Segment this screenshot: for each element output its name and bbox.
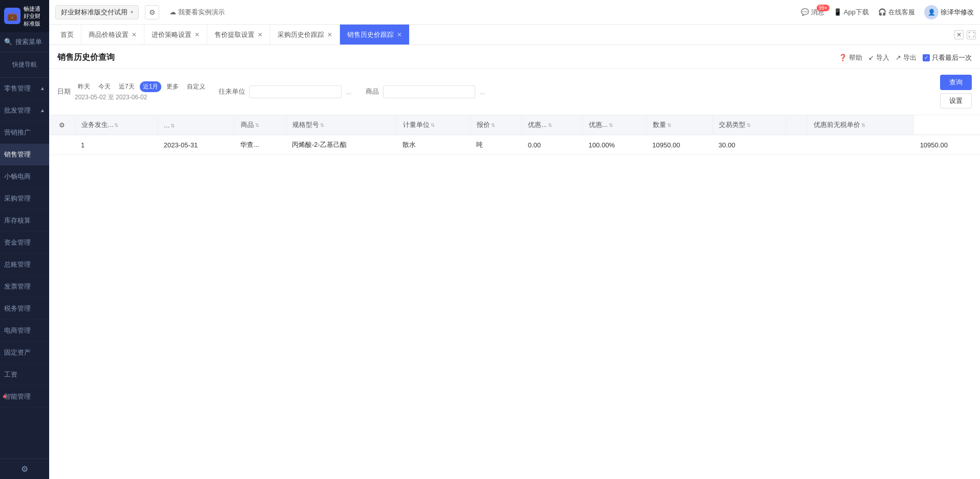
- logo-icon: 💼: [4, 8, 20, 24]
- sidebar-item-smart[interactable]: 智能管理: [0, 386, 49, 408]
- date-option-yesterday[interactable]: 昨天: [75, 81, 93, 92]
- sidebar-item-retail[interactable]: 零售管理▲: [0, 78, 49, 100]
- table-col-gear[interactable]: ⚙: [49, 115, 75, 135]
- sidebar-menu: 零售管理▲批发管理▲营销推广销售管理小畅电商采购管理库存核算资金管理总账管理发票…: [0, 78, 49, 459]
- maximize-window-button[interactable]: ⛶: [967, 30, 976, 39]
- import-link[interactable]: ↙ 导入: [868, 53, 889, 62]
- partner-more-button[interactable]: ...: [346, 88, 351, 96]
- sidebar-bottom: ⚙: [0, 459, 49, 479]
- partner-input[interactable]: [249, 85, 342, 98]
- sort-icon: ⇅: [747, 122, 751, 128]
- sidebar-item-salary[interactable]: 工资: [0, 364, 49, 386]
- message-badge: 99+: [817, 5, 829, 11]
- date-option-custom[interactable]: 自定义: [184, 81, 208, 92]
- tab-sale-price[interactable]: 售价提取设置✕: [207, 25, 270, 45]
- tab-close-icon[interactable]: ✕: [132, 31, 137, 38]
- sort-icon: ⇅: [255, 122, 259, 128]
- tab-label: 进价策略设置: [152, 30, 191, 39]
- sidebar-quick-nav[interactable]: 快捷导航: [0, 52, 49, 78]
- sidebar-settings-icon[interactable]: ⚙: [21, 464, 28, 474]
- table-col-more_cols[interactable]: ...⇅: [158, 115, 235, 135]
- avatar: 👤: [924, 5, 939, 19]
- sidebar-search[interactable]: 🔍 搜索菜单: [0, 32, 49, 52]
- sidebar-item-marketing[interactable]: 营销推广: [0, 122, 49, 144]
- data-table: ⚙业务发生...⇅...⇅商品⇅规格型号⇅计量单位⇅报价⇅优惠...⇅优惠...…: [49, 115, 980, 155]
- table-col-discount2[interactable]: 优惠...⇅: [583, 115, 646, 135]
- tab-close-icon[interactable]: ✕: [397, 31, 402, 38]
- table-col-quantity[interactable]: 数量⇅: [646, 115, 712, 135]
- date-options: 昨天今天近7天近1月更多自定义 2023-05-02 至 2023-06-02: [75, 81, 208, 102]
- date-option-last1m[interactable]: 近1月: [140, 81, 162, 92]
- menu-item-label: 发票管理: [4, 282, 31, 291]
- sidebar-item-purchase[interactable]: 采购管理: [0, 188, 49, 210]
- table-col-spec[interactable]: 规格型号⇅: [286, 115, 396, 135]
- sidebar-item-fixedassets[interactable]: 固定资产: [0, 342, 49, 364]
- table-col-pretax_price[interactable]: 优惠前无税单价⇅: [807, 115, 913, 135]
- app-download-button[interactable]: 📱 App下载: [834, 8, 869, 17]
- close-window-button[interactable]: ✕: [954, 30, 964, 39]
- table-col-trade_type[interactable]: 交易类型⇅: [712, 115, 786, 135]
- table-col-price[interactable]: 报价⇅: [470, 115, 522, 135]
- tab-purchase-strategy[interactable]: 进价策略设置✕: [144, 25, 207, 45]
- tab-sales-history[interactable]: 销售历史价跟踪✕: [340, 25, 410, 45]
- tab-label: 商品价格设置: [89, 30, 129, 39]
- table-row[interactable]: 12023-05-31华查...丙烯酸-2-乙基己酯散水吨0.00100.00%…: [49, 135, 980, 155]
- chevron-icon: ▲: [40, 107, 45, 113]
- quick-nav-item[interactable]: 快捷导航: [0, 56, 49, 73]
- tab-close-icon[interactable]: ✕: [195, 31, 200, 38]
- sidebar-item-wholesale[interactable]: 批发管理▲: [0, 100, 49, 122]
- sort-icon: ⇅: [609, 122, 613, 128]
- online-service-button[interactable]: 🎧 在线客服: [878, 8, 915, 17]
- date-option-last7[interactable]: 近7天: [116, 81, 138, 92]
- help-link[interactable]: ❓ 帮助: [839, 53, 862, 62]
- tab-home[interactable]: 首页: [53, 25, 81, 45]
- tab-close-icon[interactable]: ✕: [258, 31, 263, 38]
- table-cell: 0.00: [522, 135, 583, 155]
- table-wrap: ⚙业务发生...⇅...⇅商品⇅规格型号⇅计量单位⇅报价⇅优惠...⇅优惠...…: [49, 115, 980, 479]
- table-cell: 华查...: [234, 135, 286, 155]
- sort-icon: ⇅: [861, 122, 865, 128]
- product-more-button[interactable]: ...: [479, 88, 485, 96]
- sidebar-item-capital[interactable]: 资金管理: [0, 232, 49, 254]
- sidebar-item-invoice[interactable]: 发票管理: [0, 276, 49, 298]
- sidebar-item-tax[interactable]: 税务管理: [0, 298, 49, 320]
- product-input[interactable]: [383, 85, 475, 98]
- table-cell: 30.00: [712, 135, 786, 155]
- only-last-checkbox[interactable]: ✓: [923, 54, 930, 61]
- tab-close-icon[interactable]: ✕: [327, 31, 332, 38]
- user-info[interactable]: 👤 徐泽华修改: [924, 5, 974, 19]
- table-col-discount1[interactable]: 优惠...⇅: [522, 115, 583, 135]
- tab-purchase-history[interactable]: 采购历史价跟踪✕: [270, 25, 340, 45]
- table-col-unit[interactable]: 计量单位⇅: [396, 115, 470, 135]
- tab-label: 售价提取设置: [215, 30, 254, 39]
- sidebar-item-sales[interactable]: 销售管理: [0, 144, 49, 166]
- sidebar-item-inventory[interactable]: 库存核算: [0, 210, 49, 232]
- date-option-more[interactable]: 更多: [163, 81, 182, 92]
- partner-label: 往来单位: [219, 87, 245, 96]
- phone-icon: 📱: [834, 8, 842, 16]
- sidebar-item-general[interactable]: 总账管理: [0, 254, 49, 276]
- header-settings-button[interactable]: ⚙: [145, 5, 159, 19]
- table-col-product[interactable]: 商品⇅: [234, 115, 286, 135]
- sort-icon: ⇅: [667, 122, 671, 128]
- tab-selector[interactable]: 好业财标准版交付试用 ▾: [55, 5, 139, 19]
- table-col-biz_date[interactable]: 业务发生...⇅: [75, 115, 158, 135]
- tab-price[interactable]: 商品价格设置✕: [81, 25, 144, 45]
- sort-icon: ⇅: [320, 122, 324, 128]
- query-button[interactable]: 查询: [940, 75, 972, 90]
- import-icon: ↙: [868, 54, 874, 61]
- export-link[interactable]: ↗ 导出: [896, 53, 917, 62]
- only-last-checkbox-group[interactable]: ✓ 只看最后一次: [923, 53, 972, 62]
- sidebar-item-ecommerce[interactable]: 电商管理: [0, 320, 49, 342]
- menu-item-label: 库存核算: [4, 216, 31, 225]
- sidebar: 💼 畅捷通好业财 标准版 🔍 搜索菜单 快捷导航 零售管理▲批发管理▲营销推广销…: [0, 0, 49, 479]
- message-button[interactable]: 💬 消息 99+: [801, 8, 824, 17]
- date-option-today[interactable]: 今天: [95, 81, 114, 92]
- demo-link[interactable]: ☁ 我要看实例演示: [169, 8, 225, 17]
- table-cell: 吨: [470, 135, 522, 155]
- gear-icon: ⚙: [59, 121, 65, 129]
- menu-item-label: 资金管理: [4, 238, 31, 247]
- sidebar-item-xiaochangec[interactable]: 小畅电商: [0, 166, 49, 188]
- menu-item-label: 税务管理: [4, 304, 31, 313]
- settings-button[interactable]: 设置: [940, 93, 972, 108]
